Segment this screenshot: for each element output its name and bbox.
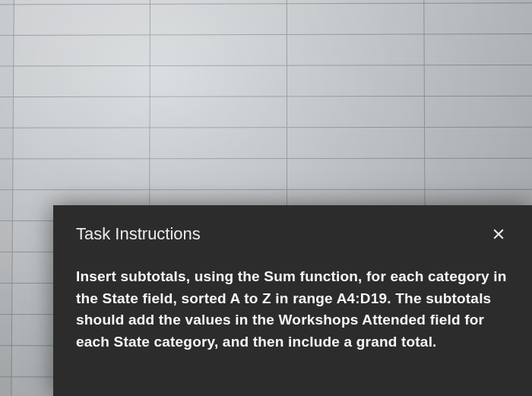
cell[interactable] [150, 4, 287, 35]
cell[interactable] [424, 96, 532, 127]
cell[interactable] [13, 97, 150, 128]
cell[interactable] [0, 377, 11, 396]
panel-header: Task Instructions [76, 223, 509, 245]
cell[interactable] [0, 283, 11, 314]
cell[interactable] [13, 35, 150, 66]
cell[interactable] [0, 252, 12, 284]
cell[interactable] [150, 128, 287, 159]
cell[interactable] [0, 346, 11, 377]
cell[interactable] [287, 34, 424, 65]
panel-title: Task Instructions [76, 224, 201, 244]
cell[interactable] [150, 34, 287, 65]
task-instructions-panel: Task Instructions Insert subtotals, usin… [53, 205, 532, 396]
cell[interactable] [287, 3, 424, 34]
panel-body-text: Insert subtotals, using the Sum function… [76, 266, 509, 353]
cell[interactable] [424, 3, 532, 34]
cell[interactable] [13, 128, 150, 159]
close-icon [491, 227, 506, 242]
cell[interactable] [150, 65, 287, 97]
cell[interactable] [287, 158, 424, 189]
cell[interactable] [287, 65, 424, 97]
cell[interactable] [150, 97, 287, 128]
cell[interactable] [14, 4, 150, 35]
cell[interactable] [0, 159, 13, 190]
cell[interactable] [0, 315, 11, 346]
cell[interactable] [424, 33, 532, 65]
cell[interactable] [0, 35, 14, 66]
cell[interactable] [424, 65, 532, 96]
cell[interactable] [0, 5, 14, 36]
cell[interactable] [287, 127, 424, 158]
cell[interactable] [0, 190, 12, 221]
cell[interactable] [0, 66, 13, 97]
cell[interactable] [12, 159, 149, 190]
cell[interactable] [13, 66, 150, 97]
cell[interactable] [287, 97, 424, 128]
cell[interactable] [149, 159, 287, 190]
cell[interactable] [424, 127, 532, 158]
cell[interactable] [0, 97, 13, 128]
app-viewport: Task Instructions Insert subtotals, usin… [0, 0, 532, 396]
cell[interactable] [425, 158, 532, 189]
cell[interactable] [0, 128, 13, 159]
close-button[interactable] [488, 223, 509, 245]
cell[interactable] [0, 221, 12, 252]
